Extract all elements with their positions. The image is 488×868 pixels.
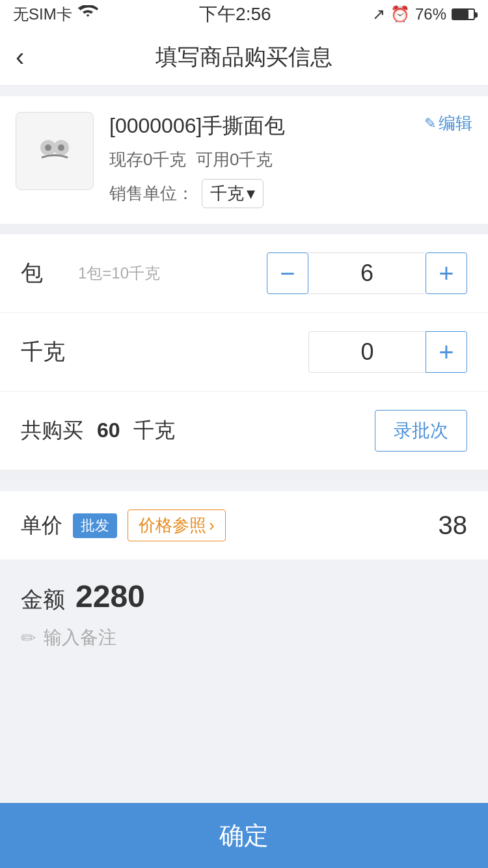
amount-section: 金额 2280 ✏ 输入备注 <box>0 560 488 658</box>
product-unit-row: 销售单位： 千克 ▾ <box>109 179 472 208</box>
status-left: 无SIM卡 <box>13 4 98 25</box>
amount-label: 金额 <box>21 585 65 615</box>
status-time: 下午2:56 <box>199 2 271 27</box>
kg-qty-row: 千克 + <box>0 313 488 392</box>
price-label: 单价 <box>21 511 62 540</box>
chevron-right-icon: › <box>209 515 215 536</box>
pack-minus-button[interactable]: − <box>267 252 308 294</box>
unit-select[interactable]: 千克 ▾ <box>202 179 264 208</box>
divider-1 <box>0 224 488 234</box>
product-name: [0000006]手撕面包 <box>109 112 285 141</box>
product-stock: 现存0千克 可用0千克 <box>109 148 472 171</box>
pencil-icon: ✏ <box>21 627 36 649</box>
svg-point-3 <box>58 144 64 151</box>
kg-qty-controls: + <box>308 331 467 373</box>
quantity-section: 包 1包=10千克 − + 千克 + 共购买 60 千克 录批次 <box>0 234 488 470</box>
status-right: ↗ ⏰ 76% <box>372 5 475 23</box>
location-icon: ↗ <box>372 5 385 23</box>
amount-value: 2280 <box>75 578 145 614</box>
pack-qty-input[interactable] <box>308 252 426 294</box>
price-tag: 批发 <box>73 513 117 538</box>
note-placeholder: 输入备注 <box>44 625 116 650</box>
pack-qty-controls: − + <box>267 252 467 294</box>
summary-row: 共购买 60 千克 录批次 <box>0 392 488 470</box>
amount-row: 金额 2280 <box>21 578 467 615</box>
alarm-icon: ⏰ <box>390 5 410 23</box>
kg-qty-input[interactable] <box>308 331 426 373</box>
battery-icon <box>452 8 475 20</box>
page-title: 填写商品购买信息 <box>156 42 332 72</box>
pack-hint: 1包=10千克 <box>78 263 267 284</box>
chevron-down-icon: ▾ <box>247 183 255 204</box>
back-button[interactable]: ‹ <box>16 42 24 72</box>
product-thumbnail <box>16 112 94 190</box>
carrier-text: 无SIM卡 <box>13 4 72 25</box>
battery-text: 76% <box>415 5 446 23</box>
note-row[interactable]: ✏ 输入备注 <box>21 625 467 650</box>
kg-plus-button[interactable]: + <box>426 331 467 373</box>
kg-label: 千克 <box>21 337 73 367</box>
pack-qty-row: 包 1包=10千克 − + <box>0 234 488 313</box>
svg-point-2 <box>45 144 51 151</box>
status-bar: 无SIM卡 下午2:56 ↗ ⏰ 76% <box>0 0 488 29</box>
confirm-button[interactable]: 确定 <box>0 803 488 868</box>
wifi-icon <box>77 5 98 23</box>
pack-label: 包 <box>21 258 73 288</box>
batch-button[interactable]: 录批次 <box>375 410 467 452</box>
divider-2 <box>0 470 488 481</box>
nav-bar: ‹ 填写商品购买信息 <box>0 29 488 86</box>
summary-text: 共购买 60 千克 <box>21 416 175 445</box>
price-value: 38 <box>439 511 468 540</box>
product-info: [0000006]手撕面包 ✎ 编辑 现存0千克 可用0千克 销售单位： 千克 … <box>109 112 472 208</box>
product-card: [0000006]手撕面包 ✎ 编辑 现存0千克 可用0千克 销售单位： 千克 … <box>0 96 488 224</box>
edit-button[interactable]: ✎ 编辑 <box>424 112 472 135</box>
price-section: 单价 批发 价格参照 › 38 <box>0 491 488 560</box>
pack-plus-button[interactable]: + <box>426 252 467 294</box>
price-ref-button[interactable]: 价格参照 › <box>128 509 226 541</box>
